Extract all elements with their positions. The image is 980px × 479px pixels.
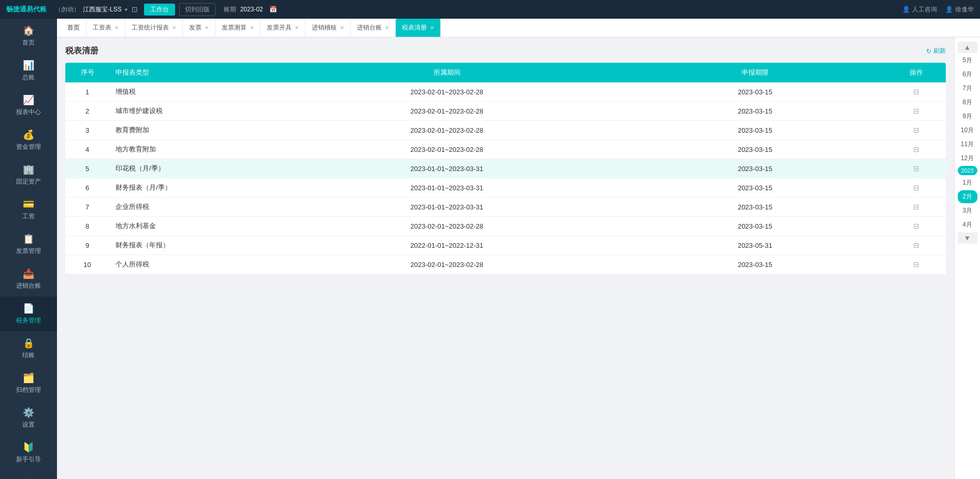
sidebar-item-closing[interactable]: 🔒 结账 bbox=[0, 331, 57, 366]
sidebar-item-tax[interactable]: 📄 税务管理 bbox=[0, 297, 57, 331]
tab-invoice-close[interactable]: ✕ bbox=[205, 25, 209, 31]
sidebar-item-reports[interactable]: 📈 报表中心 bbox=[0, 88, 57, 123]
action-icon[interactable]: ⊟ bbox=[913, 184, 919, 192]
cell-deadline: 2023-03-15 bbox=[623, 140, 887, 159]
month-2-active[interactable]: 2月 bbox=[958, 190, 977, 203]
tab-tax-clearance[interactable]: 税表清册 ✕ bbox=[396, 19, 441, 37]
sidebar-label-archive: 归档管理 bbox=[16, 386, 41, 395]
sidebar-label-funds: 资金管理 bbox=[16, 143, 41, 151]
cell-no: 2 bbox=[65, 102, 109, 121]
panel-up-button[interactable]: ▲ bbox=[958, 41, 977, 53]
cell-action: ⊟ bbox=[887, 82, 946, 102]
tab-import-check-close[interactable]: ✕ bbox=[340, 25, 344, 31]
reports-icon: 📈 bbox=[23, 94, 34, 106]
cell-period: 2023-02-01~2023-02-28 bbox=[271, 140, 623, 159]
action-icon[interactable]: ⊟ bbox=[913, 164, 919, 173]
month-7[interactable]: 7月 bbox=[958, 82, 977, 95]
tab-home[interactable]: 首页 bbox=[61, 19, 87, 37]
cell-no: 4 bbox=[65, 140, 109, 159]
action-icon[interactable]: ⊟ bbox=[913, 145, 919, 153]
tab-invoice-calc-label: 发票测算 bbox=[222, 23, 247, 32]
table-row: 3教育费附加2023-02-01~2023-02-282023-03-15⊟ bbox=[65, 121, 946, 140]
month-4[interactable]: 4月 bbox=[958, 218, 977, 231]
sidebar-item-vip[interactable]: ✦ 畅会员 bbox=[0, 470, 57, 479]
cell-deadline: 2023-03-15 bbox=[623, 178, 887, 198]
sidebar-item-home[interactable]: 🏠 首页 bbox=[0, 19, 57, 53]
month-8[interactable]: 8月 bbox=[958, 96, 977, 109]
tab-salary-stats[interactable]: 工资统计报表 ✕ bbox=[125, 19, 183, 37]
sidebar-item-settings[interactable]: ⚙️ 设置 bbox=[0, 401, 57, 435]
cell-type: 增值税 bbox=[109, 82, 271, 102]
refresh-icon: ↻ bbox=[926, 48, 931, 55]
sidebar-item-invoice[interactable]: 📋 发票管理 bbox=[0, 227, 57, 262]
action-icon[interactable]: ⊟ bbox=[913, 260, 919, 269]
sidebar-label-settings: 设置 bbox=[22, 420, 35, 429]
action-icon[interactable]: ⊟ bbox=[913, 88, 919, 96]
sidebar-item-import[interactable]: 📥 进销台账 bbox=[0, 262, 57, 297]
tab-invoice[interactable]: 发票 ✕ bbox=[183, 19, 215, 37]
top-bar-right: 👤 人工咨询 👤 徐逢华 bbox=[902, 5, 974, 14]
tab-invoice-calc[interactable]: 发票测算 ✕ bbox=[215, 19, 261, 37]
tab-salary-table-label: 工资表 bbox=[93, 23, 111, 32]
sidebar-label-reports: 报表中心 bbox=[16, 108, 41, 117]
sidebar-item-assets[interactable]: 🏢 固定资产 bbox=[0, 158, 57, 192]
cell-deadline: 2023-03-15 bbox=[623, 159, 887, 178]
month-6[interactable]: 6月 bbox=[958, 68, 977, 81]
month-5[interactable]: 5月 bbox=[958, 54, 977, 67]
tab-invoice-open-close[interactable]: ✕ bbox=[295, 25, 299, 31]
period-value: 2023-02 bbox=[240, 6, 263, 13]
company-name: 江西服宝-LSS bbox=[83, 5, 122, 14]
user-menu[interactable]: 👤 徐逢华 bbox=[945, 5, 974, 14]
sidebar-item-ledger[interactable]: 📊 总账 bbox=[0, 53, 57, 88]
action-icon[interactable]: ⊟ bbox=[913, 107, 919, 115]
month-1[interactable]: 1月 bbox=[958, 176, 977, 189]
tab-invoice-open[interactable]: 发票开具 ✕ bbox=[261, 19, 306, 37]
tax-icon: 📄 bbox=[23, 303, 34, 314]
cell-action: ⊟ bbox=[887, 140, 946, 159]
workspace-button[interactable]: 工作台 bbox=[144, 4, 175, 16]
table-header-row: 序号 申报表类型 所属期间 申报期限 操作 bbox=[65, 63, 946, 82]
refresh-label: 刷新 bbox=[933, 47, 946, 55]
action-icon[interactable]: ⊟ bbox=[913, 126, 919, 134]
sidebar-item-guide[interactable]: 🔰 新手引导 bbox=[0, 435, 57, 470]
calendar-icon[interactable]: 📅 bbox=[269, 6, 277, 13]
company-selector[interactable]: （勿动） 江西服宝-LSS ▾ bbox=[55, 5, 127, 14]
company-dropdown-icon[interactable]: ▾ bbox=[125, 7, 127, 12]
sidebar-item-archive[interactable]: 🗂️ 归档管理 bbox=[0, 366, 57, 401]
month-3[interactable]: 3月 bbox=[958, 204, 977, 217]
tab-invoice-calc-close[interactable]: ✕ bbox=[250, 25, 254, 31]
cell-action: ⊟ bbox=[887, 102, 946, 121]
month-11[interactable]: 11月 bbox=[958, 138, 977, 151]
tab-import-check[interactable]: 进销稽核 ✕ bbox=[306, 19, 351, 37]
action-icon[interactable]: ⊟ bbox=[913, 222, 919, 230]
month-10[interactable]: 10月 bbox=[958, 124, 977, 137]
cell-period: 2023-01-01~2023-03-31 bbox=[271, 178, 623, 198]
tab-tax-clearance-label: 税表清册 bbox=[402, 23, 427, 32]
sidebar-item-salary[interactable]: 💳 工资 bbox=[0, 192, 57, 227]
sidebar-label-tax: 税务管理 bbox=[16, 316, 41, 325]
cell-no: 5 bbox=[65, 159, 109, 178]
cell-deadline: 2023-03-15 bbox=[623, 102, 887, 121]
support-button[interactable]: 👤 人工咨询 bbox=[902, 5, 937, 14]
tab-salary-stats-close[interactable]: ✕ bbox=[172, 25, 176, 31]
tab-tax-clearance-close[interactable]: ✕ bbox=[430, 25, 434, 31]
cell-type: 教育费附加 bbox=[109, 121, 271, 140]
action-icon[interactable]: ⊟ bbox=[913, 241, 919, 249]
refresh-button[interactable]: ↻ 刷新 bbox=[926, 47, 946, 55]
tab-salary-table[interactable]: 工资表 ✕ bbox=[87, 19, 125, 37]
panel-down-button[interactable]: ▼ bbox=[958, 232, 977, 244]
month-9[interactable]: 9月 bbox=[958, 110, 977, 123]
cell-type: 财务报表（月/季） bbox=[109, 178, 271, 198]
old-version-button[interactable]: 切到旧版 bbox=[179, 3, 215, 16]
tab-import-ledger-close[interactable]: ✕ bbox=[385, 25, 389, 31]
cell-action: ⊟ bbox=[887, 236, 946, 255]
cell-action: ⊟ bbox=[887, 178, 946, 198]
sidebar-item-funds[interactable]: 💰 资金管理 bbox=[0, 123, 57, 158]
tab-import-ledger[interactable]: 进销台账 ✕ bbox=[351, 19, 396, 37]
top-bar: 畅捷通易代账 （勿动） 江西服宝-LSS ▾ ⊡ 工作台 切到旧版 账期 202… bbox=[0, 0, 980, 19]
cell-period: 2023-02-01~2023-02-28 bbox=[271, 217, 623, 236]
tab-salary-table-close[interactable]: ✕ bbox=[114, 25, 119, 31]
action-icon[interactable]: ⊟ bbox=[913, 203, 919, 211]
cell-period: 2023-01-01~2023-03-31 bbox=[271, 198, 623, 217]
month-12[interactable]: 12月 bbox=[958, 152, 977, 165]
